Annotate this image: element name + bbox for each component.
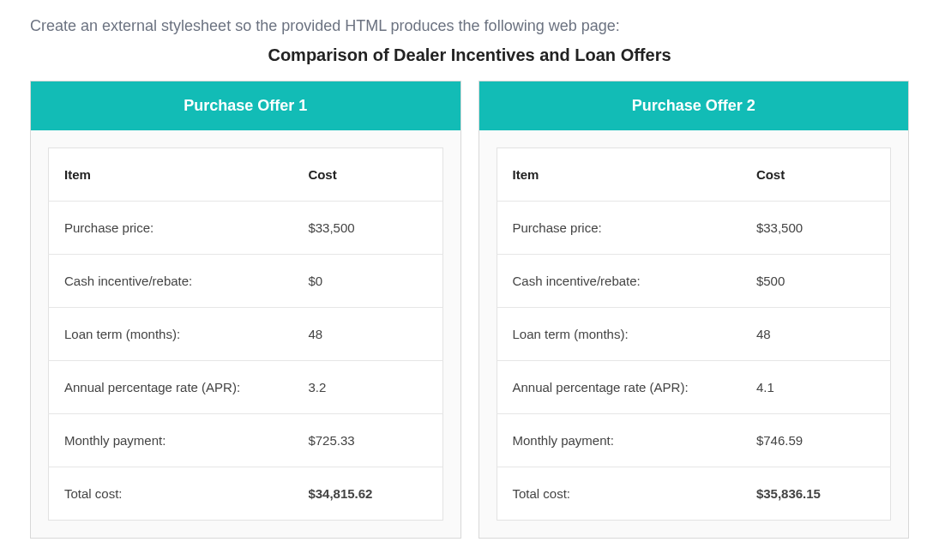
offer-card-1: Purchase Offer 1 Item Cost Purchase pric… (30, 81, 461, 539)
table-row: Purchase price: $33,500 (497, 202, 891, 255)
table-header-row: Item Cost (49, 148, 443, 202)
value-monthly-payment: $725.33 (292, 414, 442, 467)
table-row: Cash incentive/rebate: $500 (497, 255, 891, 308)
page-title: Comparison of Dealer Incentives and Loan… (30, 45, 909, 65)
table-row: Monthly payment: $725.33 (49, 414, 443, 467)
offer-1-header: Purchase Offer 1 (31, 81, 460, 130)
label-apr: Annual percentage rate (APR): (497, 361, 741, 414)
value-loan-term: 48 (292, 308, 442, 361)
offer-2-body: Item Cost Purchase price: $33,500 Cash i… (479, 130, 909, 538)
label-monthly-payment: Monthly payment: (49, 414, 293, 467)
value-apr: 3.2 (292, 361, 442, 414)
value-purchase-price: $33,500 (741, 202, 891, 255)
label-loan-term: Loan term (months): (497, 308, 741, 361)
label-total-cost: Total cost: (497, 467, 741, 521)
header-cost: Cost (741, 148, 891, 202)
table-header-row: Item Cost (497, 148, 891, 202)
table-row: Monthly payment: $746.59 (497, 414, 891, 467)
instruction-text: Create an external stylesheet so the pro… (30, 17, 909, 35)
offer-2-table: Item Cost Purchase price: $33,500 Cash i… (497, 148, 892, 521)
value-total-cost: $34,815.62 (292, 467, 442, 521)
table-row: Loan term (months): 48 (49, 308, 443, 361)
table-row: Annual percentage rate (APR): 4.1 (497, 361, 891, 414)
table-row: Total cost: $34,815.62 (49, 467, 443, 521)
value-purchase-price: $33,500 (292, 202, 442, 255)
value-loan-term: 48 (741, 308, 891, 361)
table-row: Purchase price: $33,500 (49, 202, 443, 255)
offer-1-body: Item Cost Purchase price: $33,500 Cash i… (31, 130, 460, 538)
label-purchase-price: Purchase price: (497, 202, 741, 255)
header-cost: Cost (292, 148, 442, 202)
label-purchase-price: Purchase price: (49, 202, 293, 255)
value-cash-incentive: $0 (292, 255, 442, 308)
table-row: Total cost: $35,836.15 (497, 467, 891, 521)
label-cash-incentive: Cash incentive/rebate: (497, 255, 741, 308)
label-cash-incentive: Cash incentive/rebate: (49, 255, 293, 308)
header-item: Item (49, 148, 293, 202)
label-monthly-payment: Monthly payment: (497, 414, 741, 467)
header-item: Item (497, 148, 741, 202)
label-total-cost: Total cost: (49, 467, 293, 521)
label-loan-term: Loan term (months): (49, 308, 293, 361)
offer-2-header: Purchase Offer 2 (479, 81, 909, 130)
table-row: Loan term (months): 48 (497, 308, 891, 361)
table-row: Cash incentive/rebate: $0 (49, 255, 443, 308)
offers-container: Purchase Offer 1 Item Cost Purchase pric… (30, 81, 909, 539)
value-total-cost: $35,836.15 (741, 467, 891, 521)
value-cash-incentive: $500 (741, 255, 891, 308)
value-apr: 4.1 (741, 361, 891, 414)
offer-card-2: Purchase Offer 2 Item Cost Purchase pric… (479, 81, 910, 539)
table-row: Annual percentage rate (APR): 3.2 (49, 361, 443, 414)
offer-1-table: Item Cost Purchase price: $33,500 Cash i… (48, 148, 443, 521)
label-apr: Annual percentage rate (APR): (49, 361, 293, 414)
value-monthly-payment: $746.59 (741, 414, 891, 467)
